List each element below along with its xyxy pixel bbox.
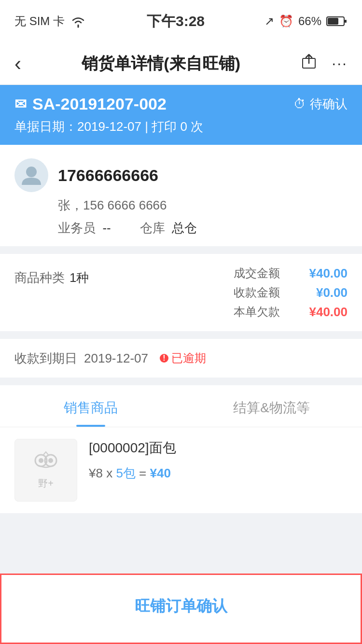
product-details: [0000002]面包 ¥8 x 5包 = ¥40 <box>89 439 348 482</box>
owed-value: ¥40.00 <box>290 305 348 320</box>
warehouse-value: 总仓 <box>172 221 197 235</box>
overdue-badge: ! 已逾期 <box>155 350 211 367</box>
wifi-icon <box>70 14 87 28</box>
status-bar: 无 SIM 卡 下午3:28 ↗ ⏰ 66% <box>0 0 362 42</box>
amount-summary: 成交金额 ¥40.00 收款金额 ¥0.00 本单欠款 ¥40.00 <box>234 266 348 320</box>
alarm-icon: ⏰ <box>279 14 293 28</box>
due-date-section: 收款到期日 2019-12-07 ! 已逾期 <box>0 339 362 378</box>
nav-right-actions: ··· <box>301 54 348 73</box>
overdue-text: 已逾期 <box>171 350 206 366</box>
sim-wifi-label: 无 SIM 卡 <box>14 14 65 29</box>
tabs-section: 销售商品 结算&物流等 野+ [0000002]面包 ¥8 x <box>0 385 362 513</box>
received-value: ¥0.00 <box>290 285 348 300</box>
back-button[interactable]: ‹ <box>14 52 21 75</box>
share-icon <box>301 54 317 70</box>
due-date-label: 收款到期日 <box>14 350 77 367</box>
multiply-sign: x <box>106 466 116 480</box>
svg-point-8 <box>48 458 53 463</box>
type-label: 商品种类 <box>14 269 65 286</box>
product-price-row: ¥8 x 5包 = ¥40 <box>89 465 348 482</box>
tab-settlement[interactable]: 结算&物流等 <box>181 385 362 427</box>
svg-point-4 <box>26 167 37 177</box>
product-item: 野+ [0000002]面包 ¥8 x 5包 = ¥40 <box>0 427 362 513</box>
owed-row: 本单欠款 ¥40.00 <box>234 304 348 320</box>
product-total: ¥40 <box>150 466 171 480</box>
unit-price: ¥8 <box>89 466 103 480</box>
product-qty: 5包 <box>116 466 135 480</box>
product-thumbnail: 野+ <box>14 439 77 502</box>
share-button[interactable] <box>301 54 317 73</box>
customer-avatar <box>14 158 48 192</box>
order-date: 单据日期：2019-12-07 | 打印 0 次 <box>14 118 348 135</box>
status-left: 无 SIM 卡 <box>14 14 87 29</box>
customer-section: 17666666666 张，156 6666 6666 业务员 -- 仓库 总仓 <box>0 145 362 246</box>
customer-phone: 17666666666 <box>58 166 158 185</box>
svg-point-7 <box>39 458 43 463</box>
order-id-row: ✉ SA-20191207-002 <box>14 95 167 113</box>
status-right: ↗ ⏰ 66% <box>265 14 348 28</box>
page-title: 销货单详情(来自旺铺) <box>82 53 240 75</box>
avatar-icon <box>19 163 43 187</box>
svg-rect-2 <box>345 20 347 23</box>
customer-name: 张，156 6666 6666 <box>58 197 348 214</box>
location-icon: ↗ <box>265 14 274 28</box>
product-logo-text: 野+ <box>38 477 54 490</box>
time-display: 下午3:28 <box>147 12 205 31</box>
salesperson-value: -- <box>102 221 111 235</box>
battery-icon <box>326 15 348 27</box>
product-name: [0000002]面包 <box>89 439 348 457</box>
order-id-text: SA-20191207-002 <box>32 95 167 113</box>
tab-sales-product[interactable]: 销售商品 <box>0 385 181 427</box>
type-value: 1种 <box>70 269 89 286</box>
product-owl-icon <box>29 451 63 475</box>
warehouse-label: 仓库 总仓 <box>140 220 197 237</box>
order-envelope-icon: ✉ <box>14 96 27 112</box>
amount-row: 成交金额 ¥40.00 <box>234 266 348 281</box>
summary-section: 商品种类 1种 成交金额 ¥40.00 收款金额 ¥0.00 本单欠款 ¥40.… <box>0 254 362 331</box>
equals-sign: = <box>139 466 150 480</box>
order-header: ✉ SA-20191207-002 ⏱ 待确认 单据日期：2019-12-07 … <box>0 85 362 145</box>
customer-meta: 业务员 -- 仓库 总仓 <box>58 220 348 237</box>
confirm-order-button[interactable]: 旺铺订单确认 <box>16 585 346 628</box>
received-row: 收款金额 ¥0.00 <box>234 285 348 300</box>
product-type: 商品种类 1种 <box>14 266 89 286</box>
tabs-header: 销售商品 结算&物流等 <box>0 385 362 427</box>
overdue-exclamation: ! <box>160 354 168 363</box>
more-button[interactable]: ··· <box>332 55 348 72</box>
amount-value: ¥40.00 <box>290 266 348 281</box>
amount-label: 成交金额 <box>234 266 280 281</box>
received-label: 收款金额 <box>234 285 280 300</box>
nav-bar: ‹ 销货单详情(来自旺铺) ··· <box>0 42 362 85</box>
due-date-value: 2019-12-07 <box>84 351 148 366</box>
confirm-button-wrapper: 旺铺订单确认 <box>0 574 362 644</box>
svg-rect-1 <box>328 18 338 25</box>
battery-level: 66% <box>298 14 321 28</box>
status-text: 待确认 <box>310 96 348 112</box>
salesperson-label: 业务员 -- <box>58 220 111 237</box>
order-status: ⏱ 待确认 <box>293 96 348 112</box>
clock-icon: ⏱ <box>293 97 306 112</box>
owed-label: 本单欠款 <box>234 304 280 320</box>
